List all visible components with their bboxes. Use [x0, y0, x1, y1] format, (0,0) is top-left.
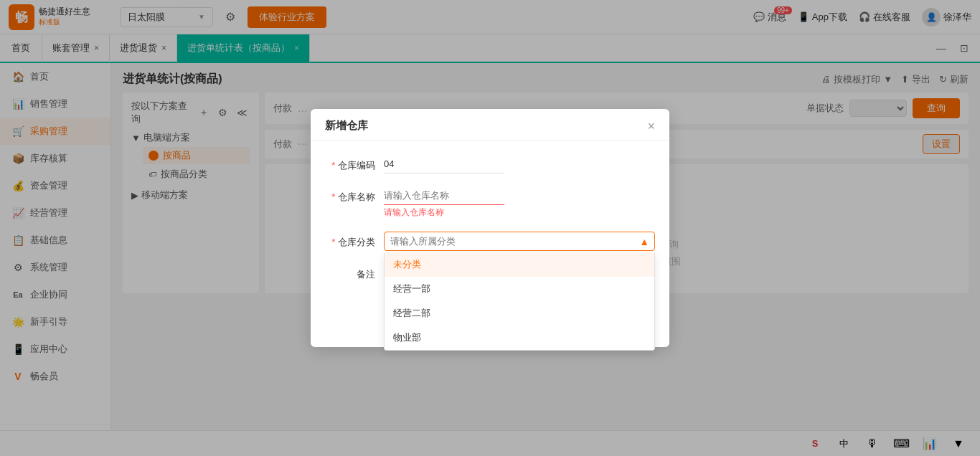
chevron-up-icon[interactable]: ▲: [639, 236, 649, 247]
code-input-wrapper: [384, 155, 655, 174]
category-row: 仓库分类 ▲ 未分类 经营一部 经营二部 物业部: [325, 232, 655, 251]
dropdown-item-ops2[interactable]: 经营二部: [385, 301, 654, 326]
code-input[interactable]: [384, 155, 504, 174]
category-label: 仓库分类: [325, 232, 375, 249]
name-row: 仓库名称 请输入仓库名称: [325, 186, 655, 219]
modal-title: 新增仓库: [325, 119, 368, 133]
dropdown-item-property[interactable]: 物业部: [385, 326, 654, 350]
modal-close-button[interactable]: ×: [647, 120, 655, 133]
new-warehouse-modal: 新增仓库 × 仓库编码 仓库名称 请输入仓库名称 仓库分类 ▲: [311, 109, 669, 347]
category-dropdown: 未分类 经营一部 经营二部 物业部: [384, 252, 655, 351]
dropdown-item-unclassified[interactable]: 未分类: [385, 252, 654, 277]
code-row: 仓库编码: [325, 155, 655, 174]
code-label: 仓库编码: [325, 155, 375, 172]
modal-body: 仓库编码 仓库名称 请输入仓库名称 仓库分类 ▲ 未分类 经营一部: [311, 141, 669, 307]
name-error-text: 请输入仓库名称: [384, 206, 655, 219]
category-input[interactable]: [384, 232, 655, 251]
modal-header: 新增仓库 ×: [311, 109, 669, 141]
remarks-label: 备注: [325, 264, 375, 281]
name-input-wrapper: 请输入仓库名称: [384, 186, 655, 219]
name-label: 仓库名称: [325, 186, 375, 204]
dropdown-item-ops1[interactable]: 经营一部: [385, 277, 654, 301]
name-input[interactable]: [384, 186, 504, 205]
category-select-wrapper: ▲ 未分类 经营一部 经营二部 物业部: [384, 232, 655, 251]
